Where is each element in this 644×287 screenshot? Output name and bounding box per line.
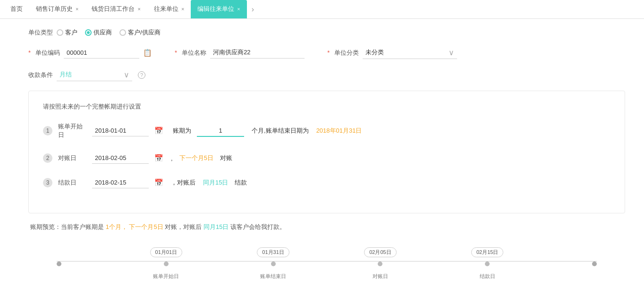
account-start-row: 1 账单开始日 📅 账期为 个月,账单结束日期为 2018年01月31日	[43, 122, 610, 139]
tab-label: 往来单位	[154, 5, 178, 13]
unit-code-label: 单位编码	[35, 49, 60, 57]
preview-payment: 同月15日	[203, 223, 229, 230]
tab-label: 编辑往来单位	[197, 5, 234, 13]
required-star: *	[175, 49, 177, 56]
unit-category-group: * 单位分类 未分类 ∨	[327, 46, 457, 59]
settlement-date-row: 3 结款日 📅 ，对账后 同月15日 结款	[43, 177, 610, 188]
close-icon[interactable]: ×	[181, 6, 184, 12]
reconcile-next: 下一个月5日	[179, 154, 213, 162]
unit-code-group: * 单位编码 📋	[28, 47, 152, 59]
unit-code-input[interactable]	[64, 47, 139, 59]
unit-name-group: * 单位名称	[175, 47, 305, 59]
settlement-same-month: 同月15日	[203, 178, 228, 187]
payment-terms-dropdown[interactable]: 月结 ∨	[57, 68, 132, 81]
tab-more-button[interactable]: ›	[247, 0, 259, 18]
node-3-label-top: 02月05日	[364, 247, 396, 257]
end-date-highlight: 2018年01月31日	[316, 127, 362, 135]
tab-sales-history[interactable]: 销售订单历史 ×	[29, 0, 85, 18]
radio-group-unit-type: 客户 供应商 客户/供应商	[57, 28, 161, 37]
help-icon[interactable]: ?	[138, 71, 145, 79]
row-label-2: 对账日	[58, 154, 86, 162]
card-section: 请按照未来的一个完整帐期进行设置 1 账单开始日 📅 账期为 个月,账单结束日期…	[28, 91, 625, 213]
close-icon[interactable]: ×	[76, 6, 78, 12]
unit-name-input[interactable]	[210, 47, 305, 59]
node-1-label-bottom: 账单开始日	[153, 273, 179, 280]
tab-partner-unit[interactable]: 往来单位 ×	[147, 0, 191, 18]
calendar-icon-1[interactable]: 📅	[154, 127, 163, 135]
timeline-section: 01月01日 账单开始日 01月31日 账单结束日 02月05日 对账日 02月…	[38, 245, 616, 285]
preview-suffix: 该客户会给我打款。	[230, 223, 286, 230]
unit-category-value: 未分类	[363, 46, 387, 59]
node-2-label-top: 01月31日	[257, 247, 289, 257]
unit-type-row: 单位类型 客户 供应商 客户/供应商	[28, 28, 625, 37]
calendar-icon-2[interactable]: 📅	[154, 154, 163, 162]
radio-label-customer: 客户	[65, 28, 77, 37]
radio-label-supplier: 供应商	[93, 28, 112, 37]
unit-info-row: * 单位编码 📋 * 单位名称 * 单位分类 未分类 ∨	[28, 46, 625, 59]
row-num-2: 2	[43, 153, 52, 163]
tab-cash-work[interactable]: 钱货日清工作台 ×	[85, 0, 147, 18]
node-4-label-bottom: 结款日	[480, 273, 495, 280]
settlement-prefix: ，对账后	[171, 178, 195, 187]
end-dot	[592, 262, 597, 266]
timeline-end-dot	[592, 262, 597, 266]
unit-category-label: 单位分类	[334, 49, 359, 57]
reconcile-date-input[interactable]	[92, 152, 149, 164]
reconcile-suffix: 对账	[220, 154, 232, 162]
tab-edit-partner[interactable]: 编辑往来单位 ×	[191, 0, 246, 18]
timeline-node-2: 01月31日 账单结束日	[271, 262, 276, 266]
start-date-input[interactable]	[92, 125, 149, 136]
preview-label: 账期预览：当前客户账期是	[30, 223, 104, 230]
radio-both[interactable]: 客户/供应商	[119, 28, 161, 37]
node-4-label-top: 02月15日	[471, 247, 503, 257]
period-input[interactable]	[197, 125, 244, 137]
unit-name-label: 单位名称	[182, 49, 206, 57]
radio-supplier[interactable]: 供应商	[85, 28, 112, 37]
card-title: 请按照未来的一个完整帐期进行设置	[43, 102, 610, 111]
node-2-label-bottom: 账单结束日	[260, 273, 286, 280]
preview-middle: 对账，对账后	[165, 223, 202, 230]
period-prefix: 账期为	[173, 127, 191, 135]
radio-circle-customer	[57, 29, 63, 36]
tab-bar: 首页 销售订单历史 × 钱货日清工作台 × 往来单位 × 编辑往来单位 × ›	[0, 0, 644, 19]
chevron-down-icon: ∨	[449, 48, 457, 57]
calendar-icon-3[interactable]: 📅	[154, 178, 163, 187]
timeline-node-1: 01月01日 账单开始日	[164, 262, 169, 266]
row-num-3: 3	[43, 178, 52, 187]
main-content: 单位类型 客户 供应商 客户/供应商 * 单位编码 📋 * 单位名称	[0, 19, 644, 287]
preview-section: 账期预览：当前客户账期是 1个月， 下一个月5日 对账，对账后 同月15日 该客…	[28, 223, 625, 231]
settlement-date-input[interactable]	[92, 177, 149, 188]
node-4-dot	[485, 262, 490, 266]
row-num-1: 1	[43, 126, 52, 135]
preview-period: 1个月，	[106, 223, 127, 230]
tab-label: 钱货日清工作台	[92, 5, 135, 13]
start-dot	[57, 262, 61, 266]
radio-customer[interactable]: 客户	[57, 28, 77, 37]
file-icon[interactable]: 📋	[143, 49, 152, 57]
reconcile-date-row: 2 对账日 📅 , 下一个月5日 对账	[43, 152, 610, 164]
node-1-label-top: 01月01日	[150, 247, 182, 257]
row-label-1: 账单开始日	[58, 122, 86, 139]
timeline-node-3: 02月05日 对账日	[378, 262, 382, 266]
payment-terms-label: 收款条件	[28, 71, 53, 79]
close-icon[interactable]: ×	[137, 6, 140, 12]
unit-type-label: 单位类型	[28, 28, 53, 37]
close-icon[interactable]: ×	[237, 6, 240, 12]
node-1-dot	[164, 262, 169, 266]
chevron-down-icon: ∨	[124, 70, 132, 79]
reconcile-prefix: ,	[171, 155, 173, 162]
tab-home[interactable]: 首页	[4, 0, 29, 18]
settlement-suffix: 结款	[235, 178, 247, 187]
timeline-node-4: 02月15日 结款日	[485, 262, 490, 266]
row-label-3: 结款日	[58, 178, 86, 187]
timeline-start-dot	[57, 262, 61, 266]
tab-label: 销售订单历史	[36, 5, 73, 13]
node-2-dot	[271, 262, 276, 266]
payment-terms-value: 月结	[57, 68, 75, 81]
node-3-label-bottom: 对账日	[373, 273, 388, 280]
radio-circle-supplier	[85, 29, 92, 36]
required-star: *	[28, 49, 31, 56]
radio-circle-both	[119, 29, 126, 36]
required-star: *	[327, 49, 330, 56]
unit-category-dropdown[interactable]: 未分类 ∨	[363, 46, 457, 59]
